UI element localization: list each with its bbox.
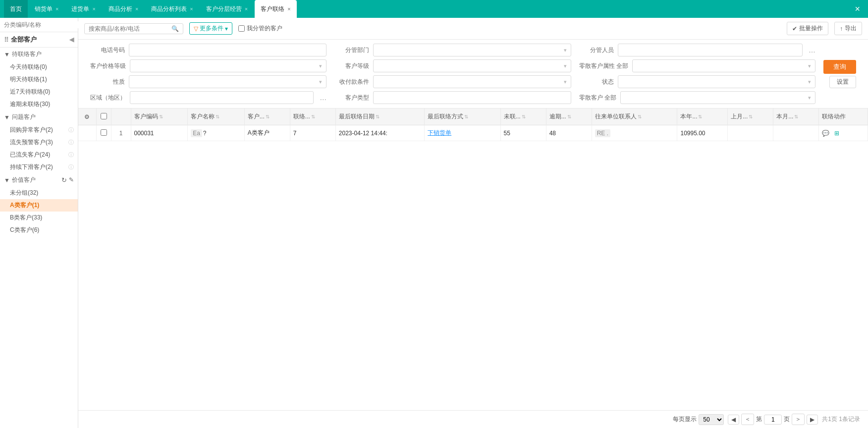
filter-bar: 🔍 ▽ 更多条件 ▾ 我分管的客户 ✔ 批量操作 ↑ 导出 <box>78 18 868 40</box>
last-page-btn[interactable]: ▶ <box>807 415 818 425</box>
grid-action-icon[interactable]: ⊞ <box>834 130 839 137</box>
price-level-select[interactable]: ▾ <box>130 59 326 72</box>
th-contact[interactable]: 联络... ⇅ <box>290 108 335 125</box>
page-input[interactable] <box>764 415 782 425</box>
filter-retail: 零散客户 全部 ▾ <box>575 91 819 104</box>
batch-op-btn[interactable]: ✔ 批量操作 <box>787 22 828 35</box>
sidebar-item-class-a[interactable]: A类客户(1) <box>0 199 78 212</box>
nav-tab-sales[interactable]: 销货单 × <box>29 0 64 18</box>
region-label: 区域（地区） <box>90 94 126 102</box>
th-name[interactable]: 客户名称 ⇅ <box>188 108 245 125</box>
sidebar-collapse-btn[interactable]: ◀ <box>69 36 74 43</box>
next-page-btn[interactable]: ＞ <box>792 414 805 425</box>
chat-action-icon[interactable]: 💬 <box>822 130 829 137</box>
th-type[interactable]: 客户... ⇅ <box>244 108 290 125</box>
td-this-year: 10995.00 <box>677 125 728 141</box>
value-refresh-icon[interactable]: ↻ <box>61 176 67 184</box>
nav-tab-customer-segment[interactable]: 客户分层经营 × <box>200 0 254 18</box>
value-edit-icon[interactable]: ✎ <box>69 176 74 184</box>
retail-attr-select[interactable]: ▾ <box>632 59 815 72</box>
sidebar-item-tomorrow[interactable]: 明天待联络(1) <box>0 73 78 86</box>
close-all-btn[interactable]: × <box>851 4 864 14</box>
region-dots-icon[interactable]: … <box>320 94 326 102</box>
manager-input[interactable] <box>618 44 803 56</box>
cust-level-select[interactable]: ▾ <box>373 59 571 72</box>
status-select[interactable]: ▾ <box>618 75 815 88</box>
th-this-month[interactable]: 本月... ⇅ <box>773 108 819 125</box>
close-goods-tab[interactable]: × <box>135 6 138 12</box>
payment-select[interactable]: ▾ <box>373 75 571 88</box>
problem-arrow-icon: ▼ <box>4 114 10 121</box>
close-customer-segment-tab[interactable]: × <box>245 6 248 12</box>
th-this-year[interactable]: 本年... ⇅ <box>677 108 728 125</box>
phone-input[interactable] <box>129 44 326 56</box>
row-checkbox[interactable] <box>101 129 107 136</box>
th-last-date[interactable]: 最后联络日期 ⇅ <box>335 108 424 125</box>
sidebar-item-today[interactable]: 今天待联络(0) <box>0 61 78 73</box>
th-not-contact[interactable]: 未联... ⇅ <box>500 108 546 125</box>
sidebar-item-class-c[interactable]: C类客户(6) <box>0 224 78 236</box>
nav-tab-purchase[interactable]: 进货单 × <box>65 0 101 18</box>
main-layout: 🔍 ⠿ 全部客户 ◀ ▼ 待联络客户 今天待联络(0) 明天待联络(1) 近7天… <box>0 18 868 428</box>
info-icon-1: ⓘ <box>68 139 74 146</box>
my-customers-checkbox[interactable] <box>238 25 245 32</box>
export-btn[interactable]: ↑ 导出 <box>834 22 862 35</box>
td-check[interactable] <box>96 125 111 141</box>
sidebar-item-unclassified[interactable]: 未分组(32) <box>0 187 78 199</box>
my-customers-filter[interactable]: 我分管的客户 <box>238 24 282 33</box>
filter-search-icon[interactable]: 🔍 <box>171 25 179 32</box>
dept-chevron-icon: ▾ <box>564 47 567 54</box>
close-sales-tab[interactable]: × <box>55 6 58 12</box>
sidebar-search-input[interactable] <box>4 21 78 28</box>
first-page-btn[interactable]: ◀ <box>728 415 739 425</box>
dept-select[interactable]: ▾ <box>373 44 571 56</box>
unit-contact-blob: RE . <box>595 129 610 137</box>
select-all-checkbox[interactable] <box>101 113 107 119</box>
table-row: 1 000031 Ea? A类客户 7 2023-04-12 14:44: 下销… <box>78 125 868 141</box>
sidebar-item-declining[interactable]: 持续下滑客户(2) ⓘ <box>0 161 78 173</box>
prev-page-btn[interactable]: ＜ <box>741 414 754 425</box>
th-last-month[interactable]: 上月... ⇅ <box>728 108 773 125</box>
cust-type-input[interactable] <box>373 91 571 104</box>
th-num <box>111 108 131 125</box>
filter-more-btn[interactable]: ▽ 更多条件 ▾ <box>189 22 232 35</box>
sidebar-item-7days[interactable]: 近7天待联络(0) <box>0 86 78 98</box>
region-input[interactable] <box>130 91 314 104</box>
sidebar-item-churn-warning[interactable]: 流失预警客户(3) ⓘ <box>0 136 78 149</box>
nature-select[interactable]: ▾ <box>129 75 326 88</box>
sidebar-section-pending[interactable]: ▼ 待联络客户 <box>0 48 78 61</box>
th-last-method[interactable]: 最后联络方式 ⇅ <box>425 108 500 125</box>
close-purchase-tab[interactable]: × <box>92 6 95 12</box>
cust-type-label: 客户类型 <box>334 94 369 102</box>
nav-tab-customer-contact[interactable]: 客户联络 × <box>255 0 296 18</box>
sidebar-item-repurchase-abnormal[interactable]: 回购异常客户(2) ⓘ <box>0 124 78 136</box>
close-customer-contact-tab[interactable]: × <box>287 6 290 12</box>
sidebar-section-problem[interactable]: ▼ 问题客户 <box>0 110 78 124</box>
th-unit-contact[interactable]: 往来单位联系人 ⇅ <box>592 108 677 125</box>
filter-settings-btn[interactable]: 设置 <box>829 76 856 88</box>
sidebar-section-value[interactable]: ▼ 价值客户 ↻ ✎ <box>0 173 78 187</box>
manager-dots-icon[interactable]: … <box>809 46 815 54</box>
query-btn[interactable]: 查询 <box>823 60 856 74</box>
nav-tab-home[interactable]: 首页 <box>4 0 28 18</box>
page-size-select[interactable]: 50 10 20 100 <box>699 414 724 425</box>
filter-search-input[interactable] <box>89 25 169 32</box>
sidebar-item-class-b[interactable]: B类客户(33) <box>0 212 78 224</box>
last-method-link[interactable]: 下销货单 <box>428 129 451 136</box>
nav-tab-goods-list[interactable]: 商品分析列表 × <box>145 0 199 18</box>
filter-action-btns: 查询 设置 <box>819 44 860 104</box>
td-last-month <box>728 125 773 141</box>
retail-select[interactable]: ▾ <box>620 91 815 104</box>
th-overdue[interactable]: 逾期... ⇅ <box>546 108 592 125</box>
close-goods-list-tab[interactable]: × <box>190 6 193 12</box>
filter-retail-attr: 零散客户属性 全部 ▾ <box>575 59 819 72</box>
th-check[interactable] <box>96 108 111 125</box>
sidebar-item-churned[interactable]: 已流失客户(24) ⓘ <box>0 149 78 161</box>
sidebar-item-overdue[interactable]: 逾期未联络(30) <box>0 98 78 110</box>
code-sort-icon: ⇅ <box>159 114 163 119</box>
name-blob: Ea <box>191 129 202 137</box>
nav-tab-goods[interactable]: 商品分析 × <box>103 0 144 18</box>
th-code[interactable]: 客户编码 ⇅ <box>131 108 188 125</box>
all-customers-label: 全部客户 <box>11 35 37 44</box>
th-gear[interactable]: ⚙ <box>78 108 96 125</box>
